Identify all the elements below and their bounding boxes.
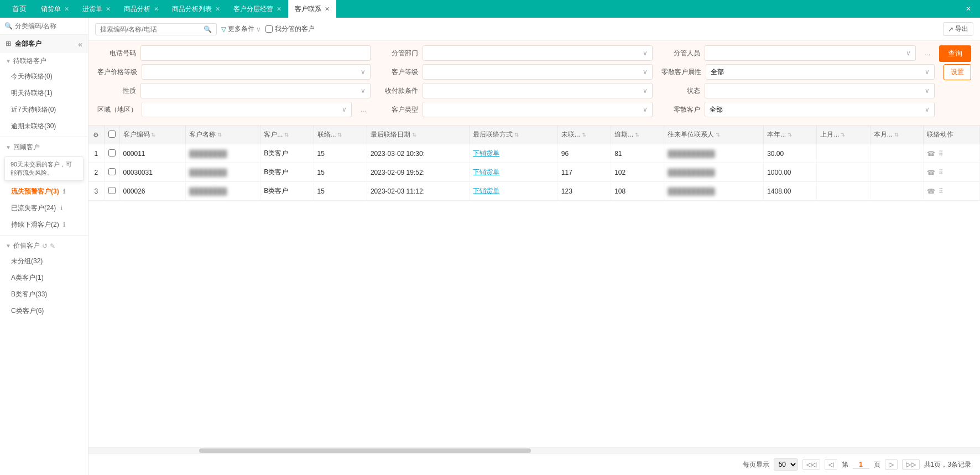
settings-button[interactable]: 设置 (943, 64, 971, 80)
nav-tab-purchase[interactable]: 进货单 ✕ (76, 0, 117, 18)
th-last-month[interactable]: 上月... (817, 126, 870, 144)
contact-method-link[interactable]: 下销货单 (473, 149, 499, 157)
contact-method-link[interactable]: 下销货单 (473, 168, 499, 176)
select-all-checkbox[interactable] (108, 131, 116, 138)
th-contact[interactable]: 联络... (314, 126, 367, 144)
filter-grade-select[interactable]: ∨ (423, 64, 653, 80)
row-checkbox[interactable] (108, 149, 116, 156)
contact-action-icon[interactable]: ☎ (927, 169, 935, 176)
more-conditions-button[interactable]: ▽ 更多条件 ∨ (221, 24, 261, 34)
nav-tab-analysis-list[interactable]: 商品分析列表 ✕ (165, 0, 227, 18)
export-button[interactable]: ↗ 导出 (943, 22, 973, 36)
th-name[interactable]: 客户名称 (186, 126, 260, 144)
nav-tab-analysis[interactable]: 商品分析 ✕ (117, 0, 165, 18)
filter-price-grade-select[interactable]: ∨ (142, 64, 371, 80)
last-page-button[interactable]: ▷▷ (902, 459, 920, 470)
filter-dept-select[interactable]: ∨ (423, 45, 653, 61)
nav-tab-customer-tier[interactable]: 客户分层经营 ✕ (227, 0, 288, 18)
th-customer-type[interactable]: 客户... (260, 126, 314, 144)
sidebar-group-value[interactable]: ▼ 价值客户 ↺ ✎ (0, 238, 88, 253)
filter-payment: 收付款条件 ∨ (379, 83, 653, 98)
contact-action-icon[interactable]: ☎ (927, 150, 935, 158)
filter-more-icon[interactable]: ... (356, 106, 371, 113)
row-checkbox[interactable] (108, 187, 116, 194)
window-close-icon[interactable]: ✕ (966, 5, 971, 13)
filter-status-select[interactable]: ∨ (705, 83, 935, 98)
horizontal-scrollbar[interactable] (88, 447, 980, 453)
sidebar-search-input[interactable] (15, 22, 88, 30)
close-icon[interactable]: ✕ (64, 6, 69, 13)
sidebar-item-today[interactable]: 今天待联络(0) (0, 68, 88, 85)
query-button[interactable]: 查询 (939, 45, 971, 62)
edit-icon[interactable]: ✎ (50, 242, 55, 250)
sidebar-group-pending[interactable]: ▼ 待联络客户 (0, 53, 88, 68)
filter-scatter-attr-select[interactable]: 全部 ∨ (706, 64, 935, 80)
th-last-date[interactable]: 最后联络日期 (367, 126, 469, 144)
next-page-button[interactable]: ▷ (885, 459, 898, 470)
prev-page-button[interactable]: ◁ (825, 459, 837, 470)
row-checkbox[interactable] (108, 168, 116, 175)
sidebar-item-ungrouped[interactable]: 未分组(32) (0, 253, 88, 269)
td-method-3[interactable]: 下销货单 (470, 182, 558, 201)
th-overdue[interactable]: 逾期... (611, 126, 664, 144)
sidebar-item-class-a[interactable]: A类客户(1) (0, 269, 88, 286)
sidebar-group-review[interactable]: ▼ 回顾客户 (0, 139, 88, 154)
th-this-year[interactable]: 本年... (764, 126, 817, 144)
close-icon[interactable]: ✕ (154, 6, 159, 13)
sidebar-item-7days[interactable]: 近7天待联络(0) (0, 101, 88, 118)
td-method-1[interactable]: 下销货单 (470, 144, 558, 163)
th-uncontacted[interactable]: 未联... (557, 126, 611, 144)
refresh-icon[interactable]: ↺ (42, 242, 48, 250)
th-unit-contact[interactable]: 往来单位联系人 (664, 126, 764, 144)
sidebar-item-class-b[interactable]: B类客户(33) (0, 286, 88, 302)
th-last-method[interactable]: 最后联络方式 (470, 126, 558, 144)
collapse-button[interactable]: « (78, 40, 82, 49)
close-icon[interactable]: ✕ (106, 6, 111, 13)
close-icon[interactable]: ✕ (277, 6, 282, 13)
sidebar-item-churned[interactable]: 已流失客户(24) ℹ (0, 200, 88, 216)
filter-more-icon[interactable]: ... (920, 49, 935, 57)
close-icon[interactable]: ✕ (325, 6, 330, 13)
td-check-3[interactable] (104, 182, 119, 201)
search-button[interactable]: 🔍 (204, 25, 212, 33)
per-page-select[interactable]: 50 (774, 458, 798, 471)
divider (0, 137, 88, 137)
th-this-month[interactable]: 本月... (870, 126, 923, 144)
search-input[interactable] (100, 25, 204, 33)
td-thisyear-1: 30.00 (764, 144, 817, 163)
sidebar-item-overdue[interactable]: 逾期未联络(30) (0, 118, 88, 134)
nav-home[interactable]: 首页 (4, 0, 34, 18)
filter-customer-type-select[interactable]: ∨ (423, 102, 653, 117)
th-code[interactable]: 客户编码 (119, 126, 186, 144)
contact-method-link[interactable]: 下销货单 (473, 187, 499, 195)
filter-nature-select[interactable]: ∨ (140, 83, 371, 98)
th-settings[interactable]: ⚙ (88, 126, 104, 144)
th-select-all[interactable] (104, 126, 119, 144)
more-action-icon[interactable]: ⠿ (939, 187, 943, 195)
my-customers-check[interactable] (265, 25, 273, 33)
contact-action-icon[interactable]: ☎ (927, 187, 935, 195)
sidebar-item-class-c[interactable]: C类客户(6) (0, 302, 88, 319)
td-check-1[interactable] (104, 144, 119, 163)
sidebar-all-customers[interactable]: ⊞ 全部客户 « (0, 35, 88, 53)
td-num-2: 2 (88, 163, 104, 182)
close-icon[interactable]: ✕ (215, 6, 220, 13)
scrollbar-thumb[interactable] (199, 448, 531, 453)
filter-region-select[interactable]: ∨ (142, 102, 352, 117)
td-method-2[interactable]: 下销货单 (470, 163, 558, 182)
sidebar-item-tomorrow[interactable]: 明天待联络(1) (0, 85, 88, 101)
more-action-icon[interactable]: ⠿ (939, 150, 943, 158)
page-number-input[interactable] (853, 461, 869, 469)
sidebar-item-churn-warning[interactable]: 流失预警客户(3) ℹ (0, 183, 88, 200)
filter-scatter-select[interactable]: 全部 ∨ (705, 102, 935, 117)
filter-phone-input[interactable] (140, 45, 371, 61)
nav-tab-sales[interactable]: 销货单 ✕ (34, 0, 76, 18)
td-check-2[interactable] (104, 163, 119, 182)
filter-person-select[interactable]: ∨ (705, 45, 916, 61)
first-page-button[interactable]: ◁◁ (802, 459, 820, 470)
more-action-icon[interactable]: ⠿ (939, 169, 943, 176)
nav-tab-customer-contact[interactable]: 客户联系 ✕ (288, 0, 336, 18)
my-customers-checkbox[interactable]: 我分管的客户 (265, 24, 315, 34)
sidebar-item-declining[interactable]: 持续下滑客户(2) ℹ (0, 216, 88, 233)
filter-payment-select[interactable]: ∨ (423, 83, 653, 98)
